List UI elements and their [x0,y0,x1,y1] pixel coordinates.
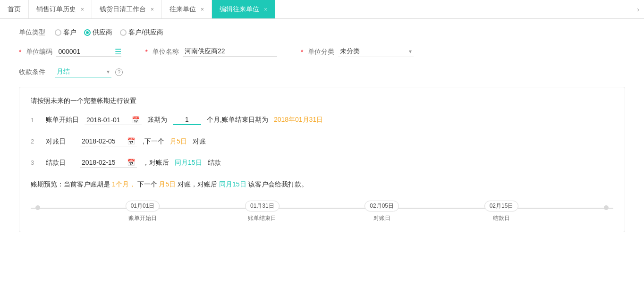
radio-customer-label: 客户 [63,28,76,37]
unit-category-label: 单位分类 [308,48,334,56]
tab-edit-counterparty-label: 编辑往来单位 [220,5,259,14]
tab-home-label: 首页 [8,5,21,14]
timeline-start-dot [35,205,40,210]
payment-date-input-wrap: 📅 [80,158,137,168]
radio-customer[interactable]: 客户 [55,28,76,37]
node-label-1: 账单结束日 [248,214,276,222]
payment-terms-value: 月结 [57,68,105,76]
row-num-3: 3 [31,159,40,166]
period-label: 账期为 [147,116,167,124]
unit-name-star: * [145,48,147,56]
unit-fields-row: * 单位编码 ☰ * 单位名称 * 单位分类 未分类 ▾ [19,46,625,57]
timeline-node-1: 01月31日 账单结束日 [245,201,280,222]
timeline-nodes: 01月01日 账单开始日 01月31日 账单结束日 02月05日 对账日 02月… [35,201,609,222]
radio-supplier[interactable]: 供应商 [84,28,112,37]
tab-counterparty-label: 往来单位 [169,5,196,14]
payment-date-cal-icon[interactable]: 📅 [127,159,135,166]
payment-suffix: 结款 [208,159,221,167]
timeline-node-0: 01月01日 账单开始日 [126,201,160,222]
reconcile-date-input-wrap: 📅 [80,136,137,146]
section-instruction: 请按照未来的一个完整帐期进行设置 [31,97,613,105]
tab-sales-history-close[interactable]: × [81,6,84,13]
unit-name-label: 单位名称 [153,48,179,56]
payment-terms-group: 月结 ▾ ? [55,67,123,77]
tab-sales-history-label: 销售订单历史 [36,5,76,14]
node-badge-2: 02月05日 [364,201,399,211]
start-date-cal-icon[interactable]: 📅 [132,116,140,124]
unit-code-input[interactable] [56,47,113,56]
radio-both[interactable]: 客户/供应商 [120,28,163,37]
start-date-input-wrap: 📅 [85,115,142,125]
payment-terms-chevron-icon: ▾ [107,68,110,75]
period-end-date: 2018年01月31日 [274,116,323,124]
settings-section: 请按照未来的一个完整帐期进行设置 1 账单开始日 📅 账期为 个月,账单结束日期… [19,87,625,232]
node-label-3: 结款日 [493,214,510,222]
tab-cash-work[interactable]: 钱货日清工作台 × [92,0,162,18]
setting-row-3: 3 结款日 📅 ，对账后 同月15日 结款 [31,158,613,168]
unit-category-select[interactable]: 未分类 ▾ [338,46,414,57]
unit-category-star: * [301,48,303,56]
unit-type-radio-group: 客户 供应商 客户/供应商 [55,28,163,37]
unit-name-input[interactable] [183,47,277,57]
timeline-end-dot [604,205,609,210]
tab-edit-counterparty[interactable]: 编辑往来单位 × [212,0,275,18]
setting-row-1: 1 账单开始日 📅 账期为 个月,账单结束日期为 2018年01月31日 [31,115,613,125]
tab-cash-work-close[interactable]: × [151,6,154,13]
help-icon[interactable]: ? [115,68,123,76]
unit-code-input-wrap: ☰ [56,47,121,57]
preview-reconcile-day: 月5日 [159,180,176,188]
radio-both-circle [120,29,127,36]
start-date-label: 账单开始日 [46,116,79,124]
unit-category-chevron-icon: ▾ [409,48,412,55]
preview-payment-day: 同月15日 [219,180,246,188]
row-num-2: 2 [31,138,40,145]
preview-period: 1个月， [112,180,136,188]
preview-reconcile-prefix: 下一个 [137,180,157,188]
radio-customer-circle [55,29,61,36]
unit-type-label: 单位类型 [19,28,45,37]
unit-category-value: 未分类 [340,47,407,56]
payment-terms-select[interactable]: 月结 ▾ [55,67,111,77]
start-date-input[interactable] [86,116,129,124]
reconcile-date-label: 对账日 [46,137,74,146]
timeline-node-2: 02月05日 对账日 [364,201,399,222]
preview-payment-suffix: 该客户会给我打款。 [248,180,308,188]
tab-counterparty[interactable]: 往来单位 × [162,0,212,18]
radio-both-label: 客户/供应商 [128,28,163,37]
tab-counterparty-close[interactable]: × [201,6,204,13]
main-content: 单位类型 客户 供应商 客户/供应商 * 单位编码 ☰ [0,19,644,287]
tab-scroll-arrow[interactable]: › [632,0,644,18]
reconcile-prefix: ,下一个 [143,137,164,146]
reconcile-date-input[interactable] [82,137,124,145]
reconcile-suffix: 对账 [193,137,206,146]
payment-date-label: 结款日 [46,159,74,167]
timeline-node-3: 02月15日 结款日 [484,201,519,222]
node-badge-3: 02月15日 [484,201,519,211]
row-num-1: 1 [31,117,40,124]
node-label-2: 对账日 [373,214,390,222]
payment-highlight-day: 同月15日 [175,159,202,167]
preview-text: 账期预览：当前客户账期是 1个月， 下一个 月5日 对账，对账后 同月15日 该… [31,179,613,189]
period-input[interactable] [173,115,201,125]
tab-edit-counterparty-close[interactable]: × [264,6,267,13]
node-badge-0: 01月01日 [126,201,160,211]
payment-prefix: ，对账后 [143,159,169,167]
radio-supplier-label: 供应商 [93,28,112,37]
payment-date-input[interactable] [82,159,124,166]
tab-sales-history[interactable]: 销售订单历史 × [29,0,92,18]
preview-reconcile-suffix: 对账，对账后 [178,180,217,188]
setting-row-2: 2 对账日 📅 ,下一个 月5日 对账 [31,136,613,146]
node-badge-1: 01月31日 [245,201,280,211]
unit-code-star: * [19,48,21,56]
unit-code-group: * 单位编码 ☰ [19,47,121,57]
unit-code-label: 单位编码 [26,48,52,56]
period-unit-text: 个月,账单结束日期为 [207,116,268,124]
unit-code-icon[interactable]: ☰ [115,47,121,56]
tab-home[interactable]: 首页 [0,0,29,18]
preview-label: 账期预览：当前客户账期是 [31,180,110,188]
payment-terms-row: 收款条件 月结 ▾ ? [19,67,625,77]
unit-name-group: * 单位名称 [145,47,277,57]
payment-terms-label: 收款条件 [19,68,45,76]
reconcile-date-cal-icon[interactable]: 📅 [127,137,135,145]
unit-category-group: * 单位分类 未分类 ▾ [301,46,414,57]
